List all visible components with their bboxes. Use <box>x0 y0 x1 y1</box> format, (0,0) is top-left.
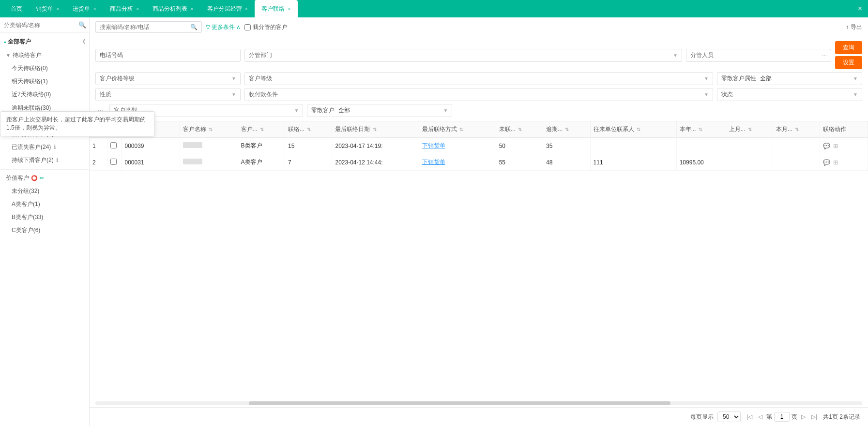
query-button[interactable]: 查询 <box>835 41 862 54</box>
sort-this-month[interactable]: ⇅ <box>795 127 799 132</box>
top-nav: 首页 销货单 × 进货单 × 商品分析 × 商品分析列表 × 客户分层经营 × … <box>0 0 868 17</box>
nav-sales-order[interactable]: 销货单 × <box>29 0 66 17</box>
customer-price-level-filter[interactable]: 客户价格等级 ▼ <box>95 72 241 85</box>
sidebar-item-unclassified[interactable]: 未分组(32) <box>0 185 89 198</box>
sidebar-item-class-c[interactable]: C类客户(6) <box>0 224 89 237</box>
row1-overdue: 35 <box>543 138 590 154</box>
nav-customer-segmentation[interactable]: 客户分层经营 × <box>200 0 255 17</box>
sort-customer-type[interactable]: ⇅ <box>260 127 264 132</box>
row1-last-contact-link[interactable]: 下销货单 <box>422 142 445 149</box>
row1-checkbox[interactable] <box>107 138 122 154</box>
sidebar-item-7days[interactable]: 近7天待联络(0) <box>0 88 89 101</box>
sidebar-divider <box>0 169 89 170</box>
export-button[interactable]: ↑ 导出 <box>846 23 862 31</box>
sidebar-search-icon[interactable]: 🔍 <box>78 21 86 29</box>
status-filter[interactable]: 状态 ▼ <box>717 88 862 101</box>
sort-unit-contacts[interactable]: ⇅ <box>637 127 640 132</box>
row2-action-icons: 💬 ⊞ <box>823 159 865 166</box>
th-last-contact-date: 最后联络日期 ⇅ <box>332 121 419 138</box>
retail-attr-filter[interactable]: 零散客户属性 全部 ▼ <box>717 72 862 85</box>
nav-product-analysis-list[interactable]: 商品分析列表 × <box>146 0 200 17</box>
retail-customer-filter[interactable]: 零散客户 全部 ▼ <box>307 104 452 117</box>
sidebar-item-today[interactable]: 今天待联络(0) <box>0 62 89 75</box>
gender-filter[interactable]: 性质 ▼ <box>95 88 241 101</box>
sidebar-item-class-b[interactable]: B类客户(33) <box>0 211 89 224</box>
page-number-input[interactable] <box>774 412 790 422</box>
horizontal-scrollbar[interactable] <box>95 401 862 405</box>
value-customers-edit-icon[interactable]: ⭕ <box>31 175 38 181</box>
sidebar-value-customers-group[interactable]: 价值客户 ⭕ ✏ <box>0 172 89 185</box>
nav-home[interactable]: 首页 <box>4 0 29 17</box>
sidebar-pending-contact-group[interactable]: ▼ 待联络客户 <box>0 49 89 62</box>
filter-row-4: ··· 客户类型 ▼ 零散客户 全部 ▼ <box>95 104 862 117</box>
prev-page-btn[interactable]: ◁ <box>756 412 764 421</box>
sidebar-item-tomorrow[interactable]: 明天待联络(1) <box>0 75 89 88</box>
row1-type: B类客户 <box>238 138 285 154</box>
page-suffix: 页 <box>792 413 797 421</box>
sort-last-contact-date[interactable]: ⇅ <box>373 127 377 132</box>
branch-person-filter[interactable]: 分管人员 ··· <box>686 49 831 62</box>
first-page-btn[interactable]: |◁ <box>745 412 754 421</box>
filter-search-box: 🔍 <box>95 21 202 33</box>
scrollbar-thumb[interactable] <box>249 401 670 405</box>
sort-this-year[interactable]: ⇅ <box>699 127 702 132</box>
nav-purchase-order[interactable]: 进货单 × <box>66 0 103 17</box>
row2-contact-count: 7 <box>285 154 332 171</box>
sort-not-contacted[interactable]: ⇅ <box>518 127 522 132</box>
sidebar-item-class-a[interactable]: A类客户(1) <box>0 198 89 211</box>
more-conditions-btn[interactable]: ▽ 更多条件 ∧ <box>206 23 241 31</box>
row2-chat-icon[interactable]: 💬 <box>823 159 830 166</box>
row2-checkbox[interactable] <box>107 154 122 171</box>
th-last-contact-method-label: 最后联络方式 <box>422 126 457 132</box>
nav-purchase-order-close[interactable]: × <box>93 6 96 12</box>
sidebar-item-already-lost[interactable]: 已流失客户(24) ℹ <box>0 141 89 154</box>
filter-rows: 电话号码 分管部门 ▼ 分管人员 ··· 查询 设置 客户价格等级 <box>90 37 868 121</box>
sort-customer-name[interactable]: ⇅ <box>209 127 213 132</box>
phone-filter[interactable]: 电话号码 <box>95 49 241 62</box>
th-customer-name-label: 客户名称 <box>183 126 206 132</box>
nav-product-analysis-close[interactable]: × <box>136 6 139 12</box>
th-customer-type-label: 客户... <box>241 126 258 132</box>
per-page-select[interactable]: 50 <box>717 411 741 422</box>
filter-search-icon[interactable]: 🔍 <box>190 24 198 30</box>
last-page-btn[interactable]: ▷| <box>809 412 819 421</box>
window-close-button[interactable]: × <box>858 4 862 13</box>
nav-customer-contact[interactable]: 客户联络 × <box>255 0 297 17</box>
nav-sales-order-close[interactable]: × <box>56 6 59 12</box>
sidebar-item-keep-down[interactable]: 持续下滑客户(2) ℹ <box>0 154 89 167</box>
table-scroll[interactable]: ⚙ 客户编码 ⇅ 客户名称 ⇅ <box>90 121 868 399</box>
sort-last-month[interactable]: ⇅ <box>748 127 752 132</box>
filter-search-input[interactable] <box>100 24 188 30</box>
retail-attr-arrow: ▼ <box>853 76 858 81</box>
sidebar-all-customers-header[interactable]: ▪ 全部客户 《 <box>0 35 89 49</box>
sort-last-contact-method[interactable]: ⇅ <box>459 127 463 132</box>
branch-person-more-icon[interactable]: ··· <box>822 52 827 59</box>
row1-last-contact-method[interactable]: 下销货单 <box>419 138 496 154</box>
row1-chat-icon[interactable]: 💬 <box>823 143 830 149</box>
nav-customer-segmentation-close[interactable]: × <box>245 6 248 12</box>
customer-level-filter[interactable]: 客户等级 ▼ <box>244 72 713 85</box>
settings-button[interactable]: 设置 <box>835 56 862 69</box>
value-customers-settings-icon[interactable]: ✏ <box>40 175 44 181</box>
nav-product-analysis-list-close[interactable]: × <box>190 6 193 12</box>
next-page-btn[interactable]: ▷ <box>799 412 807 421</box>
sidebar-search-input[interactable] <box>4 22 76 29</box>
row2-more-icon[interactable]: ⊞ <box>833 159 838 166</box>
row1-more-icon[interactable]: ⊞ <box>833 143 838 149</box>
row2-last-contact-link[interactable]: 下销货单 <box>422 159 445 165</box>
payment-terms-filter[interactable]: 收付款条件 ▼ <box>244 88 713 101</box>
th-customer-type: 客户... ⇅ <box>238 121 285 138</box>
th-not-contacted: 未联... ⇅ <box>496 121 543 138</box>
branch-dept-filter[interactable]: 分管部门 ▼ <box>244 49 682 62</box>
sort-contact-count[interactable]: ⇅ <box>307 127 311 132</box>
row2-last-contact-method[interactable]: 下销货单 <box>419 154 496 171</box>
sort-overdue[interactable]: ⇅ <box>565 127 569 132</box>
nav-product-analysis[interactable]: 商品分析 × <box>103 0 146 17</box>
row1-select-checkbox[interactable] <box>110 142 117 148</box>
export-icon: ↑ <box>846 24 849 30</box>
sidebar-collapse-btn[interactable]: 《 <box>80 38 85 45</box>
my-customer-checkbox[interactable] <box>244 24 251 30</box>
row2-select-checkbox[interactable] <box>110 159 117 165</box>
nav-customer-contact-close[interactable]: × <box>288 6 290 12</box>
page-label: 第 <box>766 413 772 421</box>
